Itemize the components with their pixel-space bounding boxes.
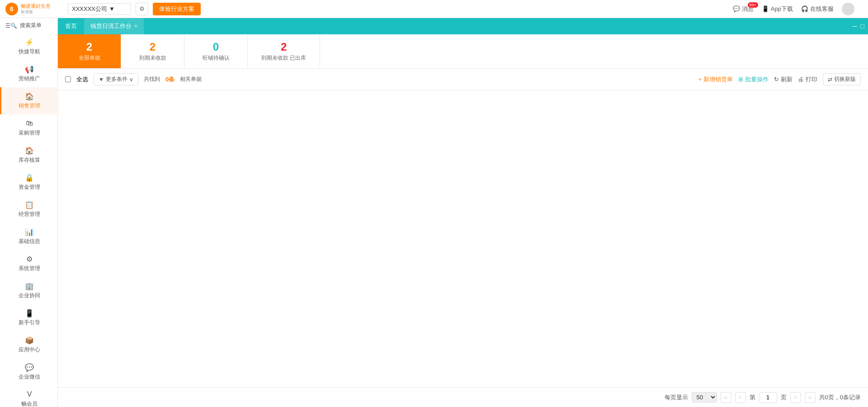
- page-input[interactable]: [759, 392, 777, 403]
- summary-card-all[interactable]: 2 全部单据: [58, 34, 121, 68]
- summary-card-shipped[interactable]: 2 到期未收款 已出库: [248, 34, 320, 68]
- summary-number-overdue: 2: [150, 41, 156, 53]
- sidebar-item-basic[interactable]: 📊 基础信息: [0, 223, 57, 250]
- toolbar: 全选 ▼ 更多条件 ∨ 共找到 0条 相关单据 + 新增销货单 ⊞ 批量操作: [58, 69, 868, 90]
- app-download-label: App下载: [771, 5, 793, 13]
- first-page-button[interactable]: «: [721, 392, 731, 403]
- sidebar-item-quick-nav[interactable]: ⚡ 快捷导航: [0, 33, 57, 60]
- next-page-button[interactable]: >: [790, 392, 801, 403]
- batch-operation-button[interactable]: ⊞ 批量操作: [738, 75, 769, 84]
- summary-card-pending[interactable]: 0 旺铺待确认: [184, 34, 248, 68]
- switch-version-button[interactable]: ⇄ 切换新版: [823, 73, 861, 85]
- tab-active-label: 钱货日清工作台: [90, 22, 132, 30]
- guide-icon: 📱: [25, 309, 34, 318]
- online-service-button[interactable]: 🎧 在线客服: [801, 5, 834, 13]
- logo-area: 6 畅捷通好生意 标准版: [5, 3, 63, 15]
- toolbar-right: + 新增销货单 ⊞ 批量操作 ↻ 刷新 🖨 打印 ⇄: [698, 73, 861, 85]
- sidebar-label-sales: 销售管理: [19, 102, 40, 110]
- sidebar-item-inventory[interactable]: 🏠 库存核算: [0, 141, 57, 168]
- batch-label: 批量操作: [745, 75, 769, 84]
- sidebar-item-finance[interactable]: 🔒 资金管理: [0, 168, 57, 196]
- tab-home[interactable]: 首页: [58, 18, 84, 34]
- sidebar-item-operation[interactable]: 📋 经营管理: [0, 196, 57, 223]
- logo-icon: 6: [5, 3, 18, 15]
- message-button[interactable]: 💬 消息 99+: [733, 5, 754, 13]
- related-label: 相关单据: [180, 75, 202, 83]
- purchase-icon: 🛍: [25, 119, 34, 128]
- avatar[interactable]: [842, 3, 854, 15]
- sidebar-label-coop: 企业协同: [19, 292, 40, 299]
- chevron-down-icon: ▼: [109, 5, 115, 12]
- top-right-area: 💬 消息 99+ 📱 App下载 🎧 在线客服: [733, 3, 863, 15]
- total-info: 共0页，0条记录: [819, 393, 861, 402]
- finance-icon: 🔒: [25, 173, 34, 182]
- filter-icon: ▼: [99, 76, 104, 83]
- company-selector[interactable]: XXXXXX公司 ▼: [68, 3, 131, 15]
- summary-label-pending: 旺铺待确认: [203, 54, 230, 62]
- filter-button[interactable]: ▼ 更多条件 ∨: [94, 73, 138, 85]
- summary-label-all: 全部单据: [79, 54, 100, 62]
- sidebar-item-apps[interactable]: 📦 应用中心: [0, 331, 57, 358]
- settings-button[interactable]: ⚙: [136, 3, 148, 15]
- logo-text: 畅捷通好生意: [21, 3, 51, 9]
- per-page-select[interactable]: 50 100 200: [692, 392, 717, 402]
- apps-icon: 📦: [25, 336, 34, 345]
- app-download-button[interactable]: 📱 App下载: [762, 5, 793, 13]
- sidebar-label-marketing: 营销推广: [19, 75, 40, 83]
- basic-icon: 📊: [25, 227, 34, 236]
- tab-bar: 首页 钱货日清工作台 × ─ □: [58, 18, 868, 34]
- found-count: 0条: [165, 75, 175, 84]
- table-area: [58, 90, 868, 387]
- tab-active[interactable]: 钱货日清工作台 ×: [84, 18, 144, 34]
- sidebar-label-member: 畅会员: [21, 400, 38, 407]
- summary-number-shipped: 2: [281, 41, 287, 53]
- tab-close-icon[interactable]: ×: [134, 23, 137, 29]
- search-menu-label: 搜索菜单: [20, 22, 42, 29]
- coop-icon: 🏢: [25, 281, 34, 290]
- sidebar-label-operation: 经营管理: [19, 211, 40, 218]
- quick-nav-icon: ⚡: [25, 37, 34, 47]
- summary-card-overdue[interactable]: 2 到期未收款: [121, 34, 184, 68]
- summary-label-shipped: 到期未收款 已出库: [261, 54, 306, 62]
- sidebar-item-coop[interactable]: 🏢 企业协同: [0, 277, 57, 304]
- sidebar: ☰🔍 搜索菜单 ⚡ 快捷导航 📢 营销推广 🏠 销售管理 🛍 采购管理 🏠 库存…: [0, 18, 58, 407]
- filter-chevron-icon: ∨: [129, 76, 133, 83]
- sidebar-item-guide[interactable]: 📱 新手引导: [0, 304, 57, 331]
- tab-minimize-icon[interactable]: ─: [853, 23, 857, 30]
- sidebar-label-apps: 应用中心: [19, 346, 40, 354]
- wechat-icon: 💬: [25, 363, 34, 372]
- sidebar-label-finance: 资金管理: [19, 183, 40, 191]
- select-all-checkbox[interactable]: [65, 76, 71, 82]
- gear-icon: ⚙: [139, 5, 145, 12]
- tab-maximize-icon[interactable]: □: [861, 23, 864, 30]
- refresh-button[interactable]: ↻ 刷新: [774, 75, 793, 84]
- last-page-button[interactable]: »: [805, 392, 816, 403]
- sidebar-item-purchase[interactable]: 🛍 采购管理: [0, 114, 57, 141]
- online-service-label: 在线客服: [810, 5, 834, 13]
- marketing-icon: 📢: [25, 65, 34, 74]
- switch-label: 切换新版: [834, 75, 856, 83]
- member-icon: V: [25, 390, 34, 399]
- message-badge: 99+: [748, 2, 758, 8]
- main-layout: ☰🔍 搜索菜单 ⚡ 快捷导航 📢 营销推广 🏠 销售管理 🛍 采购管理 🏠 库存…: [0, 18, 868, 407]
- batch-icon: ⊞: [738, 76, 743, 83]
- page-label: 第: [750, 393, 755, 402]
- print-button[interactable]: 🖨 打印: [798, 75, 817, 84]
- switch-icon: ⇄: [828, 76, 832, 83]
- sidebar-item-system[interactable]: ⚙ 系统管理: [0, 250, 57, 277]
- logo-badge: 标准版: [21, 9, 51, 15]
- sales-icon: 🏠: [25, 92, 34, 101]
- sidebar-item-wechat[interactable]: 💬 企业微信: [0, 358, 57, 385]
- sidebar-label-basic: 基础信息: [19, 238, 40, 245]
- sidebar-item-marketing[interactable]: 📢 营销推广: [0, 60, 57, 87]
- trial-button[interactable]: 体验行业方案: [153, 3, 201, 15]
- new-sale-button[interactable]: + 新增销货单: [698, 75, 733, 84]
- summary-number-all: 2: [86, 41, 92, 53]
- filter-label: 更多条件: [106, 75, 127, 83]
- sidebar-item-sales[interactable]: 🏠 销售管理: [0, 87, 57, 114]
- select-all-label: 全选: [76, 75, 88, 84]
- prev-page-button[interactable]: <: [735, 392, 746, 403]
- sidebar-item-member[interactable]: V 畅会员: [0, 385, 57, 407]
- search-menu-button[interactable]: ☰🔍 搜索菜单: [0, 18, 57, 33]
- message-icon: 💬: [733, 5, 740, 12]
